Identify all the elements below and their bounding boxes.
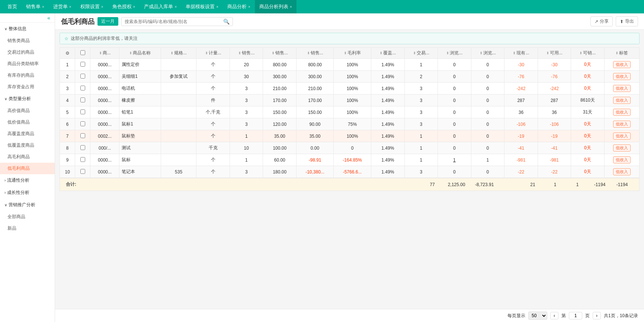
- close-tab-icon[interactable]: ×: [42, 5, 44, 9]
- col-header-trade_count[interactable]: ⬍交易...: [404, 48, 438, 59]
- col-header-tag[interactable]: ⬍标签: [604, 48, 639, 59]
- col-header-browse1[interactable]: ⬍浏览...: [438, 48, 471, 59]
- row-checkbox[interactable]: [80, 169, 85, 174]
- col-header-checkbox[interactable]: [75, 48, 90, 59]
- sidebar-group-整体信息[interactable]: ∨整体信息: [0, 23, 55, 35]
- cell-gross_margin: 100%: [334, 83, 371, 95]
- sidebar-item-新品[interactable]: 新品: [0, 223, 55, 234]
- sidebar-item-交易过的商品[interactable]: 交易过的商品: [0, 47, 55, 58]
- cell-sales_profit: -10,380...: [297, 166, 334, 178]
- col-header-browse2[interactable]: ⬍浏览...: [471, 48, 504, 59]
- search-input[interactable]: [125, 19, 223, 24]
- col-header-unit[interactable]: ⬍计量...: [196, 48, 230, 59]
- cell-browse1[interactable]: 0: [438, 142, 471, 154]
- sidebar-item-库存资金占用[interactable]: 库存资金占用: [0, 81, 55, 93]
- select-all-checkbox[interactable]: [80, 50, 85, 55]
- cell-checkbox[interactable]: [75, 83, 90, 95]
- nav-item-单据模板设置[interactable]: 单据模板设置×: [181, 0, 223, 13]
- available-value: -30: [551, 62, 557, 67]
- close-tab-icon[interactable]: ×: [69, 5, 71, 9]
- export-button[interactable]: ⬆ 导出: [616, 16, 638, 26]
- row-checkbox[interactable]: [80, 133, 85, 138]
- settings-icon[interactable]: ⚙: [65, 51, 70, 56]
- col-header-sales_qty[interactable]: ⬍销售...: [230, 48, 263, 59]
- browse-link[interactable]: 1: [453, 157, 456, 163]
- cell-browse1[interactable]: 0: [438, 71, 471, 83]
- prev-page-button[interactable]: ‹: [550, 312, 558, 319]
- col-header-sales_profit[interactable]: ⬍销售...: [297, 48, 334, 59]
- cell-checkbox[interactable]: [75, 166, 90, 178]
- cell-browse1[interactable]: 0: [438, 166, 471, 178]
- row-checkbox[interactable]: [80, 157, 85, 162]
- cell-tag: 低收入: [604, 59, 639, 71]
- row-checkbox[interactable]: [80, 62, 85, 67]
- cell-checkbox[interactable]: [75, 95, 90, 106]
- sidebar-item-高毛利商品[interactable]: 高毛利商品: [0, 151, 55, 163]
- col-header-coverage[interactable]: ⬍覆盖...: [371, 48, 405, 59]
- sidebar-item-高覆盖度商品[interactable]: 高覆盖度商品: [0, 128, 55, 140]
- sidebar-group-营销推广分析[interactable]: ∨营销推广分析: [0, 199, 55, 211]
- share-button[interactable]: ↗ 分享: [590, 16, 613, 26]
- cell-checkbox[interactable]: [75, 142, 90, 154]
- close-tab-icon[interactable]: ×: [290, 5, 292, 9]
- cell-checkbox[interactable]: [75, 118, 90, 130]
- sidebar-item-销售类商品[interactable]: 销售类商品: [0, 35, 55, 47]
- col-header-sales_amount[interactable]: ⬍销售...: [263, 48, 297, 59]
- cell-browse1[interactable]: 0: [438, 83, 471, 95]
- col-header-code[interactable]: ⬍商...: [90, 48, 119, 59]
- page-size-select[interactable]: 50 100: [528, 312, 547, 320]
- nav-item-角色授权[interactable]: 角色授权×: [108, 0, 140, 13]
- nav-item-产成品入库单[interactable]: 产成品入库单×: [140, 0, 181, 13]
- close-tab-icon[interactable]: ×: [216, 5, 218, 9]
- col-header-saleable[interactable]: ⬍可销...: [571, 48, 605, 59]
- sidebar-item-有库存的商品[interactable]: 有库存的商品: [0, 70, 55, 81]
- next-page-button[interactable]: ›: [593, 312, 601, 319]
- cell-browse1[interactable]: 1: [438, 154, 471, 166]
- cell-browse1[interactable]: 0: [438, 118, 471, 130]
- cell-browse1[interactable]: 0: [438, 130, 471, 142]
- nav-item-商品分析列表[interactable]: 商品分析列表×: [255, 0, 297, 13]
- sidebar-item-全部商品[interactable]: 全部商品: [0, 211, 55, 223]
- footer-sales-qty: 77: [421, 182, 443, 187]
- sidebar-group-流通性分析[interactable]: ›流通性分析: [0, 174, 55, 186]
- cell-browse1[interactable]: 0: [438, 59, 471, 71]
- row-checkbox[interactable]: [80, 98, 85, 102]
- sidebar-group-类型量分析[interactable]: ∨类型量分析: [0, 93, 55, 105]
- col-header-spec[interactable]: ⬍规格...: [161, 48, 196, 59]
- close-tab-icon[interactable]: ×: [101, 5, 103, 9]
- close-tab-icon[interactable]: ×: [133, 5, 135, 9]
- collapse-button[interactable]: «: [46, 15, 52, 21]
- col-header-name[interactable]: ⬍商品名称: [119, 48, 161, 59]
- sidebar-item-低价值商品[interactable]: 低价值商品: [0, 117, 55, 128]
- col-header-gross_margin[interactable]: ⬍毛利率: [334, 48, 371, 59]
- row-checkbox[interactable]: [80, 121, 85, 126]
- col-header-available[interactable]: ⬍可用...: [538, 48, 571, 59]
- close-tab-icon[interactable]: ×: [174, 5, 177, 9]
- col-header-current[interactable]: ⬍现有...: [504, 48, 538, 59]
- cell-browse1[interactable]: 0: [438, 95, 471, 106]
- cell-checkbox[interactable]: [75, 71, 90, 83]
- sidebar-item-商品分类助销率[interactable]: 商品分类助销率: [0, 58, 55, 70]
- cell-checkbox[interactable]: [75, 59, 90, 71]
- cell-browse1[interactable]: 0: [438, 106, 471, 118]
- sidebar-item-高价值商品[interactable]: 高价值商品: [0, 105, 55, 117]
- cell-checkbox[interactable]: [75, 130, 90, 142]
- page-number-input[interactable]: [569, 312, 582, 319]
- col-header-settings[interactable]: ⚙: [60, 48, 75, 59]
- sidebar-item-低毛利商品[interactable]: 低毛利商品: [0, 163, 55, 174]
- close-tab-icon[interactable]: ×: [248, 5, 250, 9]
- cell-checkbox[interactable]: [75, 106, 90, 118]
- nav-item-进货单[interactable]: 进货单×: [49, 0, 76, 13]
- sidebar-item-低覆盖度商品[interactable]: 低覆盖度商品: [0, 140, 55, 151]
- row-checkbox[interactable]: [80, 74, 85, 79]
- date-filter-button[interactable]: 近一月: [97, 17, 118, 26]
- nav-item-销售单[interactable]: 销售单×: [22, 0, 49, 13]
- nav-item-首页[interactable]: 首页: [3, 0, 22, 13]
- sidebar-group-成长性分析[interactable]: ›成长性分析: [0, 186, 55, 199]
- row-checkbox[interactable]: [80, 145, 85, 150]
- nav-item-商品分析[interactable]: 商品分析×: [223, 0, 255, 13]
- row-checkbox[interactable]: [80, 109, 85, 114]
- nav-item-权限设置[interactable]: 权限设置×: [76, 0, 108, 13]
- row-checkbox[interactable]: [80, 86, 85, 90]
- cell-checkbox[interactable]: [75, 154, 90, 166]
